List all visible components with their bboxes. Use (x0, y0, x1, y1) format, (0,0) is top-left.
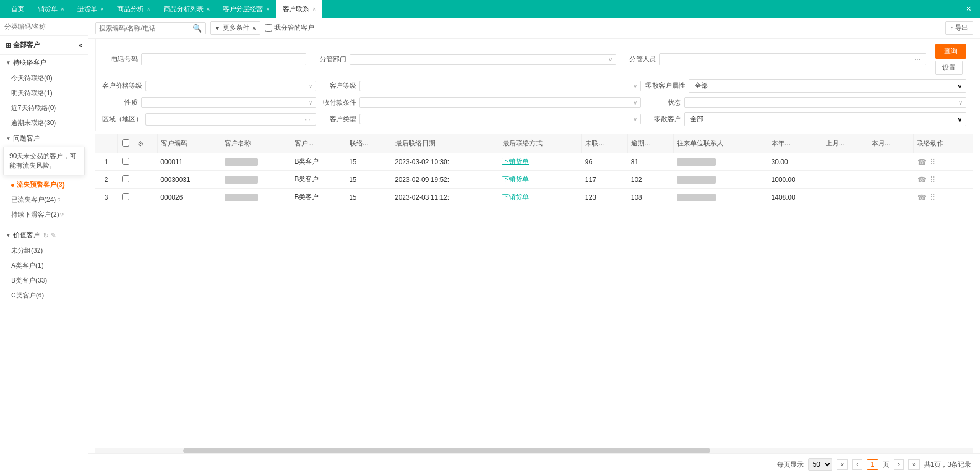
nav-item-analysis[interactable]: 商品分析 × (111, 0, 157, 18)
row-check[interactable] (117, 189, 134, 206)
row-last-contact-date: 2023-02-09 19:52: (392, 171, 499, 189)
select-all-checkbox[interactable] (122, 139, 129, 147)
query-button[interactable]: 查询 (935, 44, 966, 59)
sidebar-section-problem-title[interactable]: ▼ 问题客户 (0, 131, 88, 147)
close-sales-icon[interactable]: × (61, 6, 64, 12)
region-select[interactable]: ··· (145, 113, 316, 126)
sidebar-section-value-title[interactable]: ▼ 价值客户 ↻ ✎ (0, 227, 88, 243)
phone-input[interactable] (141, 53, 306, 65)
sidebar-search-input[interactable] (4, 23, 87, 30)
last-page-button[interactable]: » (908, 459, 920, 470)
sidebar-item-today[interactable]: 今天待联络(0) (0, 71, 88, 86)
sidebar-item-churn-warning[interactable]: 流失预警客户(3) (0, 178, 88, 192)
row-last-contact-method[interactable]: 下销货单 (499, 153, 582, 171)
nav-item-customer-contact[interactable]: 客户联系 × (276, 0, 322, 18)
scroll-thumb[interactable] (183, 448, 710, 453)
row-checkbox[interactable] (122, 158, 129, 165)
payment-select[interactable]: ∨ (359, 97, 642, 108)
row-last-contact-method[interactable]: 下销货单 (499, 189, 582, 206)
sidebar-item-a-class[interactable]: A类客户(1) (0, 258, 88, 273)
last-contact-method-link[interactable]: 下销货单 (502, 175, 529, 183)
row-checkbox[interactable] (122, 193, 129, 200)
row-overdue: 108 (628, 189, 674, 206)
nav-item-analysis-list[interactable]: 商品分析列表 × (157, 0, 217, 18)
dept-label: 分管部门 (311, 55, 350, 64)
close-customer-tier-icon[interactable]: × (266, 6, 269, 12)
first-page-button[interactable]: « (837, 459, 848, 470)
sidebar-item-7days[interactable]: 近7天待联络(0) (0, 101, 88, 116)
close-customer-contact-icon[interactable]: × (312, 6, 316, 12)
th-code: 客户编码 (157, 134, 221, 153)
th-num (95, 134, 117, 153)
dept-select[interactable]: ∨ (350, 54, 617, 65)
sidebar-item-churned[interactable]: 已流失客户(24) ? (0, 192, 88, 207)
sidebar-item-tomorrow[interactable]: 明天待联络(1) (0, 86, 88, 101)
close-purchase-icon[interactable]: × (101, 6, 104, 12)
dept-down-arrow-icon: ∨ (608, 56, 612, 62)
settings-button[interactable]: 设置 (935, 61, 963, 75)
export-icon: ↑ (950, 24, 953, 32)
last-contact-method-link[interactable]: 下销货单 (502, 158, 529, 165)
refresh-icon[interactable]: ↻ (43, 232, 49, 239)
edit-icon[interactable]: ✎ (51, 232, 56, 239)
toolbar: 🔍 ▼ 更多条件 ∧ 我分管的客户 ↑ 导出 (88, 18, 980, 39)
person-more-icon[interactable]: ··· (913, 55, 922, 63)
status-select[interactable]: ∨ (684, 97, 966, 108)
action-phone-icon[interactable]: ☎ (917, 175, 926, 184)
row-check[interactable] (117, 153, 134, 171)
nav-item-home[interactable]: 首页 (4, 0, 31, 18)
sidebar-collapse-icon[interactable]: « (79, 41, 82, 49)
sidebar-item-overdue[interactable]: 逾期未联络(30) (0, 116, 88, 131)
window-close-button[interactable]: × (962, 4, 976, 14)
action-more-icon[interactable]: ⠿ (930, 193, 935, 202)
row-this-month (868, 171, 914, 189)
row-type: B类客户 (291, 171, 346, 189)
zero-attr-select[interactable]: 全部 ∨ (689, 79, 966, 93)
prev-page-button[interactable]: ‹ (852, 459, 862, 470)
nav-item-sales[interactable]: 销货单 × (31, 0, 71, 18)
sidebar-section-pending-title[interactable]: ▼ 待联络客户 (0, 55, 88, 71)
close-analysis-list-icon[interactable]: × (207, 6, 210, 12)
gender-down-arrow-icon: ∨ (309, 100, 312, 106)
sidebar-item-ungroup[interactable]: 未分组(32) (0, 243, 88, 258)
gender-select[interactable]: ∨ (141, 97, 316, 108)
row-last-contact-method[interactable]: 下销货单 (499, 171, 582, 189)
per-page-select[interactable]: 50 (808, 458, 832, 471)
person-select[interactable]: ··· (659, 53, 926, 65)
th-this-month: 本月... (868, 134, 914, 153)
customer-grade-select[interactable]: ∨ (359, 81, 642, 91)
row-check[interactable] (117, 171, 134, 189)
arrow-down-icon2: ▼ (6, 135, 11, 142)
action-more-icon[interactable]: ⠿ (930, 158, 935, 166)
horizontal-scrollbar[interactable] (95, 448, 973, 453)
export-button[interactable]: ↑ 导出 (945, 21, 973, 35)
more-conditions-button[interactable]: ▼ 更多条件 ∧ (210, 21, 260, 35)
sidebar-item-b-class[interactable]: B类客户(33) (0, 273, 88, 288)
action-phone-icon[interactable]: ☎ (917, 158, 926, 166)
close-analysis-icon[interactable]: × (147, 6, 150, 12)
row-checkbox[interactable] (122, 175, 129, 182)
customer-type-select[interactable]: ∨ (359, 114, 642, 124)
zero-label: 零散客户 (645, 114, 684, 124)
zero-select[interactable]: 全部 ∨ (684, 112, 966, 126)
my-customers-label[interactable]: 我分管的客户 (265, 23, 314, 33)
last-contact-method-link[interactable]: 下销货单 (502, 193, 529, 201)
action-more-icon[interactable]: ⠿ (930, 175, 935, 184)
active-dot-icon (11, 184, 14, 187)
phone-label: 电话号码 (102, 55, 141, 64)
row-name (221, 171, 291, 189)
sidebar-item-c-class[interactable]: C类客户(6) (0, 288, 88, 303)
sidebar-item-declining[interactable]: 持续下滑客户(2) ? (0, 207, 88, 222)
sidebar-all-customers[interactable]: ⊞ 全部客户 « (0, 36, 88, 55)
nav-item-purchase[interactable]: 进货单 × (71, 0, 111, 18)
region-more-icon[interactable]: ··· (302, 116, 312, 123)
price-grade-select[interactable]: ∨ (145, 81, 316, 91)
nav-item-customer-tier[interactable]: 客户分层经营 × (216, 0, 276, 18)
th-settings[interactable]: ⚙ (134, 134, 157, 153)
search-button[interactable]: 🔍 (192, 24, 202, 33)
action-phone-icon[interactable]: ☎ (917, 193, 926, 202)
search-input[interactable] (99, 24, 192, 32)
my-customers-checkbox[interactable] (265, 24, 272, 32)
next-page-button[interactable]: › (894, 459, 904, 470)
payment-label: 收付款条件 (321, 98, 359, 107)
